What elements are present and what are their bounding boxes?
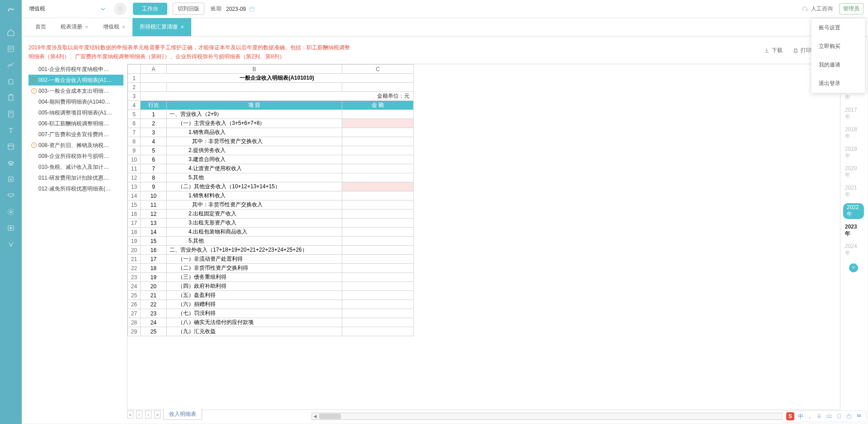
workbench-button[interactable]: 工作台 xyxy=(133,3,167,15)
year-pill[interactable]: 2024年 xyxy=(843,242,864,258)
svg-point-16 xyxy=(857,416,858,417)
sheet-nav-first[interactable]: « xyxy=(127,410,133,419)
sheet-tab[interactable]: 收入明细表 xyxy=(163,409,202,420)
ime-keyboard-icon[interactable] xyxy=(826,413,832,419)
horizontal-scrollbar[interactable]: ◄ ► xyxy=(311,413,836,420)
form-list-item[interactable]: !005-纳税调整项目明细表(A1… xyxy=(28,107,123,118)
ime-bar[interactable]: S 中 ， xyxy=(782,410,866,422)
nav-home-icon[interactable] xyxy=(0,24,22,41)
company-name: 增值税 xyxy=(29,5,45,13)
year-pill[interactable]: 2020年 xyxy=(843,164,864,180)
nav-rail xyxy=(0,0,22,424)
scroll-thumb[interactable] xyxy=(319,414,341,419)
ime-grid-icon[interactable] xyxy=(856,413,862,419)
user-menu-item[interactable]: 退出登录 xyxy=(811,74,865,93)
svg-point-17 xyxy=(859,416,859,417)
download-button[interactable]: 下载 xyxy=(764,47,783,54)
nav-export-icon[interactable] xyxy=(0,171,22,187)
form-list-item[interactable]: !009-企业所得税弥补亏损明… xyxy=(28,151,123,162)
svg-rect-8 xyxy=(250,7,254,11)
user-menu-item[interactable]: 我的邀请 xyxy=(811,56,865,74)
headset-icon xyxy=(801,5,808,13)
tab[interactable]: 首页 xyxy=(28,18,53,36)
nav-dashboard-icon[interactable] xyxy=(0,138,22,155)
form-list-item[interactable]: !002-一般企业收入明细表(A1… xyxy=(28,75,123,86)
year-pill[interactable]: 2019年 xyxy=(843,145,864,161)
year-rail: 2016年2017年2018年2019年2020年2021年2022年2023年… xyxy=(843,86,864,272)
tab[interactable]: 所得税汇算清缴× xyxy=(132,18,191,36)
period-value[interactable]: 2023-09 xyxy=(226,6,246,12)
top-bar: 增值税 工作台 切到旧版 账期 2023-09 人工咨询 管理员 xyxy=(22,0,868,18)
svg-point-18 xyxy=(860,416,861,417)
year-pill[interactable]: 2023年 xyxy=(843,223,864,238)
nav-v-icon[interactable] xyxy=(0,236,22,252)
svg-point-13 xyxy=(857,414,858,415)
ime-mic-icon[interactable] xyxy=(816,413,822,419)
nav-wallet-icon[interactable] xyxy=(0,73,22,90)
svg-rect-11 xyxy=(827,415,832,418)
year-pill[interactable]: 2018年 xyxy=(843,125,864,141)
user-menu-item[interactable]: 立即购买 xyxy=(811,37,865,56)
warning-icon: ! xyxy=(31,143,37,148)
tab[interactable]: 税表清册× xyxy=(53,18,96,36)
form-list-item[interactable]: !001-企业所得税年度纳税申… xyxy=(28,64,123,75)
form-list-item[interactable]: !004-期间费用明细表(A1040… xyxy=(28,96,123,107)
nav-catalog-icon[interactable] xyxy=(0,41,22,57)
form-list-item[interactable]: !006-职工薪酬纳税调整明细… xyxy=(28,118,123,129)
sheet-nav-last[interactable]: » xyxy=(154,410,160,419)
tab[interactable]: 增值税× xyxy=(96,18,133,36)
close-icon[interactable]: × xyxy=(85,24,89,30)
form-list-item[interactable]: !011-研发费用加计扣除优惠… xyxy=(28,172,123,183)
scroll-left-icon[interactable]: ◄ xyxy=(312,413,318,419)
admin-chip[interactable]: 管理员 xyxy=(839,3,863,14)
form-list-item[interactable]: !008-资产折旧、摊销及纳税… xyxy=(28,140,123,151)
sheet-table[interactable]: ABC1一般企业收入明细表(A101010)23金额单位：元4行次项 目金 额5… xyxy=(127,64,414,336)
calendar-icon[interactable] xyxy=(249,6,255,12)
form-list-item[interactable]: !012-减免所得税优惠明细表(… xyxy=(28,183,123,194)
consult-link[interactable]: 人工咨询 xyxy=(811,5,833,13)
svg-rect-0 xyxy=(8,46,14,52)
year-more-icon[interactable] xyxy=(849,263,858,272)
close-icon[interactable]: × xyxy=(180,24,184,30)
year-pill[interactable]: 2022年 xyxy=(843,203,864,219)
user-menu-item[interactable]: 账号设置 xyxy=(811,19,865,37)
ime-skin-icon[interactable] xyxy=(836,413,842,419)
svg-rect-12 xyxy=(847,415,851,418)
ime-lang[interactable]: 中 xyxy=(798,413,803,420)
app-logo xyxy=(5,4,17,16)
form-list-item[interactable]: !007-广告费和业务宣传费跨… xyxy=(28,129,123,140)
sheet-nav-prev[interactable]: ‹ xyxy=(136,410,142,419)
year-pill[interactable]: 2017年 xyxy=(843,106,864,122)
ime-sep: ， xyxy=(807,413,812,420)
nav-clipboard-icon[interactable] xyxy=(0,90,22,106)
nav-video-icon[interactable] xyxy=(0,220,22,236)
svg-rect-3 xyxy=(8,144,14,149)
svg-rect-10 xyxy=(818,414,820,417)
nav-text-icon[interactable] xyxy=(0,122,22,138)
nav-inbox-icon[interactable] xyxy=(0,187,22,204)
nav-tax-icon[interactable] xyxy=(0,155,22,171)
form-list: !001-企业所得税年度纳税申…!002-一般企业收入明细表(A1…!003-一… xyxy=(28,64,123,410)
page-body: 2019年度涉及取以前年度结转数据的申报表单元格需要手工维护正确，才能保证本年及… xyxy=(22,36,868,424)
switch-old-button[interactable]: 切到旧版 xyxy=(173,3,204,15)
sheet-nav-next[interactable]: › xyxy=(145,410,151,419)
warning-icon: ! xyxy=(31,88,37,94)
nav-calc-icon[interactable] xyxy=(0,106,22,122)
form-list-item[interactable]: !003-一般企业成本支出明细… xyxy=(28,86,123,96)
svg-rect-9 xyxy=(794,50,797,52)
close-icon[interactable]: × xyxy=(122,24,126,30)
svg-point-15 xyxy=(860,414,861,415)
svg-point-5 xyxy=(10,211,12,213)
svg-rect-2 xyxy=(9,111,14,117)
svg-point-14 xyxy=(859,414,859,415)
print-button[interactable]: 打印 xyxy=(793,47,811,54)
nav-settings-icon[interactable] xyxy=(0,204,22,220)
notes-button[interactable] xyxy=(114,3,127,15)
year-pill[interactable]: 2021年 xyxy=(843,184,864,200)
nav-analytics-icon[interactable] xyxy=(0,57,22,73)
tabs-row: 首页税表清册×增值税×所得税汇算清缴× xyxy=(22,18,868,36)
chevron-down-icon xyxy=(99,5,107,13)
ime-toolbox-icon[interactable] xyxy=(846,413,852,419)
company-selector[interactable]: 增值税 xyxy=(26,5,109,13)
form-list-item[interactable]: !010-免税、减计收入及加计… xyxy=(28,162,123,172)
